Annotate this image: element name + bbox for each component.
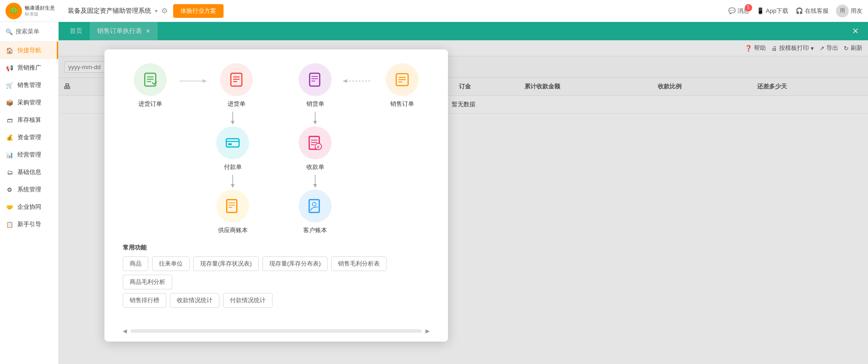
- func-button-0[interactable]: 商品: [123, 256, 148, 271]
- sidebar-item-quick-guide[interactable]: 🏠快捷导航: [0, 42, 58, 59]
- arrow-down-spacer: [123, 112, 178, 125]
- app-download-button[interactable]: 📱 App下载: [757, 7, 788, 15]
- nav-label-finance: 资金管理: [17, 133, 41, 141]
- content-area: 首页 销售订单执行表 ✕ ✕ ❓ 帮助 🖨 按模板打印 ▾: [59, 22, 868, 364]
- svg-rect-26: [228, 143, 232, 145]
- nav-icon-quick-guide: 🏠: [5, 46, 14, 54]
- nav-icon-finance: 💰: [5, 133, 14, 141]
- svg-text:¥: ¥: [317, 145, 320, 149]
- func-button-2[interactable]: 现存量(库存状况表): [193, 256, 259, 271]
- sales-slip-circle[interactable]: [299, 63, 332, 96]
- common-functions: 常用功能 商品往来单位现存量(库存状况表)现存量(库存分布表)销售毛利分析表商品…: [123, 244, 430, 315]
- arrow-dashed-1: [343, 76, 375, 86]
- purchase-order-circle[interactable]: [134, 63, 167, 96]
- header-right: 💬 消息 5 📱 App下载 🎧 在线客服 用 用友: [728, 5, 863, 17]
- func-button-7[interactable]: 收款情况统计: [170, 293, 219, 308]
- nav-label-inventory: 库存核算: [17, 116, 41, 124]
- nav-label-system: 系统管理: [17, 185, 41, 194]
- flow-node-supplier: 供应商账本: [205, 190, 260, 234]
- customer-circle[interactable]: [299, 190, 332, 223]
- arrow-down-payment: [205, 175, 260, 188]
- svg-marker-5: [202, 79, 207, 83]
- func-buttons-row-2: 销售排行榜收款情况统计付款情况统计: [123, 293, 430, 308]
- svg-marker-21: [231, 121, 235, 125]
- scroll-left-icon[interactable]: ◀: [123, 328, 127, 334]
- svg-point-42: [312, 202, 316, 206]
- sales-order-circle[interactable]: [386, 63, 419, 96]
- func-button-8[interactable]: 付款情况统计: [223, 293, 273, 308]
- sidebar-item-newbie[interactable]: 📋新手引导: [0, 216, 58, 233]
- purchase-order-label: 进货订单: [138, 100, 162, 108]
- sidebar-item-finance[interactable]: 💰资金管理: [0, 129, 58, 146]
- flow-node-receipt: ¥ 收款单: [288, 126, 343, 171]
- nav-label-basic-info: 基础信息: [17, 168, 41, 176]
- func-button-1[interactable]: 往来单位: [152, 256, 190, 271]
- arrow-down-purchase: [205, 112, 260, 125]
- arrow-h-1: [178, 76, 209, 86]
- flow-row-3: 供应商账本 客户账本: [123, 190, 430, 234]
- flow-node-payment: 付款单: [205, 126, 260, 171]
- flow-arrows-row: [123, 112, 430, 125]
- nav-label-sales: 销售管理: [17, 81, 41, 89]
- logo-text: 畅康通好生意 标准版: [25, 5, 55, 17]
- nav-label-operations: 经营管理: [17, 151, 41, 159]
- nav-label-newbie: 新手引导: [17, 220, 41, 228]
- nav-icon-inventory: 🗃: [5, 116, 14, 124]
- popup-panel: 进货订单 进货单: [104, 49, 448, 342]
- sales-slip-label: 销货单: [306, 100, 324, 108]
- scroll-track[interactable]: [131, 329, 422, 333]
- payment-label: 付款单: [224, 163, 242, 171]
- scroll-right-icon[interactable]: ▶: [426, 328, 430, 334]
- receipt-label: 收款单: [306, 163, 324, 171]
- nav-icon-enterprise: 🤝: [5, 203, 14, 211]
- user-menu[interactable]: 用 用友: [836, 5, 863, 17]
- settings-icon[interactable]: ⚙: [161, 6, 168, 15]
- headset-icon: 🎧: [796, 7, 803, 14]
- flow-node-sales-slip: 销货单: [288, 63, 343, 108]
- supplier-circle[interactable]: [216, 190, 249, 223]
- sidebar-item-sales[interactable]: 🛒销售管理: [0, 76, 58, 94]
- sidebar-item-purchase[interactable]: 📦采购管理: [0, 94, 58, 111]
- sidebar-item-enterprise[interactable]: 🤝企业协同: [0, 198, 58, 216]
- sidebar-item-system[interactable]: ⚙系统管理: [0, 181, 58, 198]
- arrow-dashed-spacer: [343, 112, 375, 125]
- logo-icon: 🍀: [5, 3, 22, 19]
- purchase-slip-circle[interactable]: [220, 63, 253, 96]
- nav-icon-operations: 📊: [5, 151, 14, 159]
- flow-node-customer: 客户账本: [288, 190, 343, 234]
- header-system: 装备及固定资产辅助管理系统 ▾ ⚙ 体验行业方案: [64, 4, 728, 18]
- nav-icon-marketing: 📢: [5, 64, 14, 72]
- func-button-4[interactable]: 销售毛利分析表: [331, 256, 387, 271]
- arrow-h-spacer: [178, 112, 205, 125]
- payment-circle[interactable]: [216, 126, 249, 159]
- svg-marker-34: [231, 184, 235, 188]
- search-menu-button[interactable]: 🔍 搜索菜单: [4, 26, 55, 38]
- func-button-3[interactable]: 现存量(库存分布表): [262, 256, 328, 271]
- svg-rect-37: [227, 200, 237, 212]
- sidebar-nav: 🏠快捷导航📢营销推广🛒销售管理📦采购管理🗃库存核算💰资金管理📊经营管理🗂基础信息…: [0, 42, 58, 233]
- nav-icon-sales: 🛒: [5, 81, 14, 89]
- sidebar-search-area: 🔍 搜索菜单: [0, 22, 58, 42]
- sidebar-item-basic-info[interactable]: 🗂基础信息: [0, 163, 58, 181]
- experience-button[interactable]: 体验行业方案: [173, 4, 224, 18]
- top-header: 🍀 畅康通好生意 标准版 装备及固定资产辅助管理系统 ▾ ⚙ 体验行业方案 💬 …: [0, 0, 868, 22]
- logo-area: 🍀 畅康通好生意 标准版: [5, 3, 64, 19]
- sales-order-label: 销售订单: [390, 100, 414, 108]
- func-button-6[interactable]: 销售排行榜: [123, 293, 166, 308]
- message-button[interactable]: 💬 消息 5: [728, 7, 749, 15]
- message-badge: 5: [745, 4, 752, 11]
- system-dropdown-icon[interactable]: ▾: [155, 8, 158, 14]
- flow-row-2: 付款单 ¥ 收款单: [123, 126, 430, 171]
- sidebar-item-inventory[interactable]: 🗃库存核算: [0, 111, 58, 129]
- receipt-circle[interactable]: ¥: [299, 126, 332, 159]
- online-service-button[interactable]: 🎧 在线客服: [796, 7, 829, 15]
- sidebar: 🔍 搜索菜单 🏠快捷导航📢营销推广🛒销售管理📦采购管理🗃库存核算💰资金管理📊经营…: [0, 22, 59, 364]
- popup-overlay[interactable]: 进货订单 进货单: [59, 22, 868, 364]
- sidebar-item-marketing[interactable]: 📢营销推广: [0, 59, 58, 76]
- func-button-5[interactable]: 商品毛利分析: [123, 275, 172, 289]
- system-title: 装备及固定资产辅助管理系统: [68, 7, 151, 15]
- nav-icon-system: ⚙: [5, 185, 14, 194]
- nav-label-purchase: 采购管理: [17, 98, 41, 107]
- sidebar-item-operations[interactable]: 📊经营管理: [0, 146, 58, 163]
- phone-icon: 📱: [757, 7, 764, 14]
